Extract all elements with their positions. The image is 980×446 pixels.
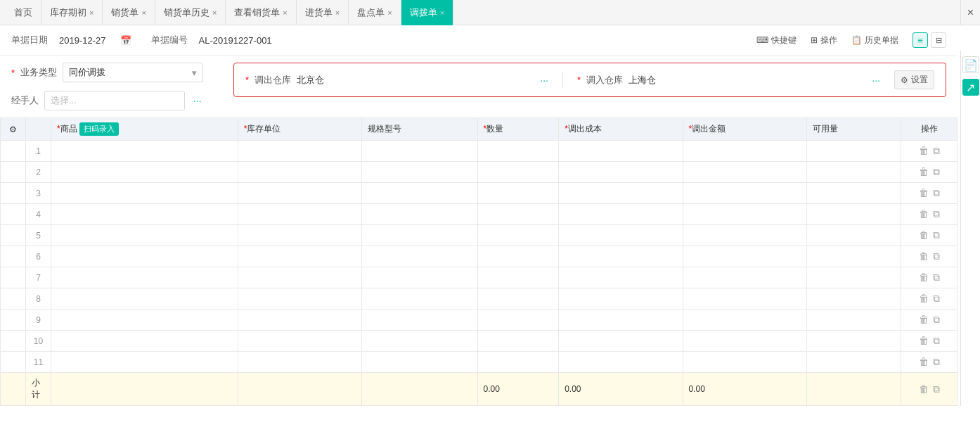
row-unit-cell[interactable] bbox=[238, 246, 361, 267]
row-copy-icon[interactable]: ⧉ bbox=[933, 187, 940, 199]
row-copy-icon[interactable]: ⧉ bbox=[933, 293, 940, 305]
row-product-cell[interactable] bbox=[51, 267, 238, 288]
row-unit-cell[interactable] bbox=[238, 183, 361, 204]
row-qty-cell[interactable] bbox=[477, 183, 559, 204]
handler-more-button[interactable]: ··· bbox=[193, 95, 202, 106]
row-unit-cell[interactable] bbox=[238, 162, 361, 183]
row-amount-cell[interactable] bbox=[683, 288, 806, 310]
row-spec-cell[interactable] bbox=[362, 204, 478, 225]
row-qty-cell[interactable] bbox=[477, 310, 559, 331]
view-toggle-grid-button[interactable]: ⊟ bbox=[931, 32, 946, 48]
row-qty-cell[interactable] bbox=[477, 141, 559, 162]
row-copy-icon[interactable]: ⧉ bbox=[933, 229, 940, 241]
row-amount-cell[interactable] bbox=[683, 141, 806, 162]
row-cost-cell[interactable] bbox=[559, 310, 683, 331]
row-delete-icon[interactable]: 🗑 bbox=[919, 314, 929, 326]
tab-transfer[interactable]: 调拨单 × bbox=[401, 0, 453, 25]
row-product-cell[interactable] bbox=[51, 352, 238, 373]
row-spec-cell[interactable] bbox=[362, 331, 478, 352]
row-copy-icon[interactable]: ⧉ bbox=[933, 314, 940, 326]
tab-check-sales[interactable]: 查看销货单 × bbox=[226, 0, 296, 25]
tab-sales-history-close[interactable]: × bbox=[212, 8, 217, 17]
sidebar-doc-icon[interactable]: 📄 bbox=[962, 56, 979, 73]
row-spec-cell[interactable] bbox=[362, 288, 478, 310]
row-product-cell[interactable] bbox=[51, 141, 238, 162]
row-copy-icon[interactable]: ⧉ bbox=[933, 166, 940, 178]
tab-transfer-close[interactable]: × bbox=[440, 8, 444, 17]
row-spec-cell[interactable] bbox=[362, 352, 478, 373]
row-amount-cell[interactable] bbox=[683, 225, 806, 246]
tab-home[interactable]: 首页 bbox=[6, 0, 41, 25]
row-delete-icon[interactable]: 🗑 bbox=[919, 187, 929, 199]
view-toggle-list-button[interactable]: ≡ bbox=[913, 32, 928, 48]
row-copy-icon[interactable]: ⧉ bbox=[933, 356, 940, 368]
row-qty-cell[interactable] bbox=[477, 204, 559, 225]
row-delete-icon[interactable]: 🗑 bbox=[919, 293, 929, 305]
tab-inventory-init[interactable]: 库存期初 × bbox=[41, 0, 103, 25]
row-unit-cell[interactable] bbox=[238, 331, 361, 352]
row-product-cell[interactable] bbox=[51, 246, 238, 267]
row-amount-cell[interactable] bbox=[683, 162, 806, 183]
row-qty-cell[interactable] bbox=[477, 225, 559, 246]
biz-type-select[interactable]: 同价调拨 ▾ bbox=[63, 63, 203, 82]
row-amount-cell[interactable] bbox=[683, 246, 806, 267]
row-amount-cell[interactable] bbox=[683, 352, 806, 373]
tab-inventory-init-close[interactable]: × bbox=[89, 8, 94, 17]
row-amount-cell[interactable] bbox=[683, 183, 806, 204]
row-cost-cell[interactable] bbox=[559, 352, 683, 373]
row-delete-icon[interactable]: 🗑 bbox=[919, 250, 929, 262]
window-close-button[interactable]: × bbox=[960, 0, 980, 25]
row-product-cell[interactable] bbox=[51, 288, 238, 310]
row-product-cell[interactable] bbox=[51, 162, 238, 183]
row-qty-cell[interactable] bbox=[477, 352, 559, 373]
tab-sales-history[interactable]: 销货单历史 × bbox=[155, 0, 226, 25]
row-qty-cell[interactable] bbox=[477, 267, 559, 288]
subtotal-copy-icon[interactable]: ⧉ bbox=[933, 383, 940, 395]
row-delete-icon[interactable]: 🗑 bbox=[919, 208, 929, 220]
row-copy-icon[interactable]: ⧉ bbox=[933, 250, 940, 262]
row-unit-cell[interactable] bbox=[238, 204, 361, 225]
out-warehouse-more-button[interactable]: ··· bbox=[540, 75, 548, 86]
row-unit-cell[interactable] bbox=[238, 225, 361, 246]
row-delete-icon[interactable]: 🗑 bbox=[919, 356, 929, 368]
row-unit-cell[interactable] bbox=[238, 352, 361, 373]
tab-sales-order[interactable]: 销货单 × bbox=[103, 0, 155, 25]
row-spec-cell[interactable] bbox=[362, 141, 478, 162]
tab-purchase-order-close[interactable]: × bbox=[335, 8, 340, 17]
shortcut-key-button[interactable]: ⌨ 快捷键 bbox=[756, 34, 797, 46]
tab-purchase-order[interactable]: 进货单 × bbox=[297, 0, 349, 25]
row-delete-icon[interactable]: 🗑 bbox=[919, 166, 929, 178]
row-unit-cell[interactable] bbox=[238, 288, 361, 310]
row-product-cell[interactable] bbox=[51, 183, 238, 204]
row-cost-cell[interactable] bbox=[559, 225, 683, 246]
row-qty-cell[interactable] bbox=[477, 246, 559, 267]
row-copy-icon[interactable]: ⧉ bbox=[933, 272, 940, 283]
row-unit-cell[interactable] bbox=[238, 310, 361, 331]
row-cost-cell[interactable] bbox=[559, 246, 683, 267]
row-cost-cell[interactable] bbox=[559, 267, 683, 288]
row-spec-cell[interactable] bbox=[362, 183, 478, 204]
row-copy-icon[interactable]: ⧉ bbox=[933, 335, 940, 347]
row-cost-cell[interactable] bbox=[559, 288, 683, 310]
row-delete-icon[interactable]: 🗑 bbox=[919, 229, 929, 241]
subtotal-delete-icon[interactable]: 🗑 bbox=[919, 383, 929, 395]
row-cost-cell[interactable] bbox=[559, 141, 683, 162]
row-copy-icon[interactable]: ⧉ bbox=[933, 145, 940, 157]
history-button[interactable]: 📋 历史单据 bbox=[851, 34, 898, 46]
row-delete-icon[interactable]: 🗑 bbox=[919, 335, 929, 347]
row-amount-cell[interactable] bbox=[683, 331, 806, 352]
operation-button[interactable]: ⊞ 操作 bbox=[811, 34, 837, 46]
row-amount-cell[interactable] bbox=[683, 310, 806, 331]
tab-stocktake-close[interactable]: × bbox=[387, 8, 392, 17]
row-product-cell[interactable] bbox=[51, 204, 238, 225]
row-cost-cell[interactable] bbox=[559, 204, 683, 225]
row-product-cell[interactable] bbox=[51, 225, 238, 246]
setting-button[interactable]: ⚙ 设置 bbox=[894, 70, 934, 89]
calendar-icon[interactable]: 📅 bbox=[120, 35, 131, 46]
row-spec-cell[interactable] bbox=[362, 310, 478, 331]
row-amount-cell[interactable] bbox=[683, 204, 806, 225]
row-delete-icon[interactable]: 🗑 bbox=[919, 272, 929, 283]
row-cost-cell[interactable] bbox=[559, 183, 683, 204]
row-delete-icon[interactable]: 🗑 bbox=[919, 145, 929, 157]
row-unit-cell[interactable] bbox=[238, 267, 361, 288]
